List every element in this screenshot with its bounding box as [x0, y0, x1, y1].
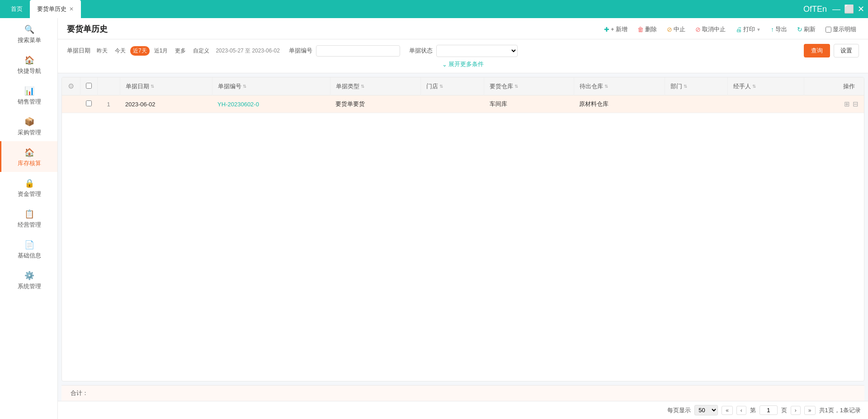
sidebar-item-label: 系统管理 [18, 282, 41, 290]
col-req-warehouse: 要货仓库 ⇅ [484, 77, 574, 95]
sort-icon-pending-warehouse[interactable]: ⇅ [604, 84, 608, 89]
row-doc-type: 要货单要货 [330, 95, 421, 113]
next-page-button[interactable]: › [791, 406, 801, 415]
col-doc-date: 单据日期 ⇅ [120, 77, 212, 95]
export-button[interactable]: ↑ 导出 [768, 24, 790, 35]
tab-home[interactable]: 首页 [4, 0, 30, 18]
row-pending-warehouse: 原材料仓库 [574, 95, 665, 113]
sort-icon-department[interactable]: ⇅ [684, 84, 687, 89]
col-doc-type: 单据类型 ⇅ [330, 77, 421, 95]
print-button[interactable]: 🖨 打印 ▼ [733, 24, 764, 35]
view-icon[interactable]: ⊞ [844, 100, 850, 108]
page-title: 要货单历史 [67, 24, 108, 34]
date-shortcut-last1month[interactable]: 近1月 [151, 46, 171, 56]
often-label: OfTEn [803, 5, 827, 14]
table-footer: 合计： [61, 385, 864, 401]
prev-page-button[interactable]: ‹ [736, 406, 746, 415]
inventory-icon: 🏠 [24, 148, 34, 157]
refresh-button[interactable]: ↻ 刷新 [794, 24, 818, 35]
sidebar-item-operations-mgmt[interactable]: 📋 经营管理 [0, 203, 57, 233]
tab-close-icon[interactable]: ✕ [69, 6, 74, 12]
sidebar-item-label: 基础信息 [18, 252, 41, 260]
col-pending-warehouse: 待出仓库 ⇅ [574, 77, 665, 95]
date-shortcut-today[interactable]: 今天 [112, 46, 128, 56]
delete-icon: 🗑 [637, 26, 644, 33]
edit-icon[interactable]: ⊟ [853, 100, 859, 108]
sidebar-item-basic-info[interactable]: 📄 基础信息 [0, 233, 57, 264]
filter-area: 单据日期 昨天 今天 近7天 近1月 更多 自定义 2023-05-27 至 2… [58, 39, 868, 73]
sort-icon-doc-type[interactable]: ⇅ [361, 84, 364, 89]
sidebar-item-quick-nav[interactable]: 🏠 快捷导航 [0, 49, 57, 80]
col-rownum [97, 77, 120, 95]
sidebar-item-label: 采购管理 [18, 129, 41, 137]
row-store [421, 95, 484, 113]
sidebar-item-purchase-mgmt[interactable]: 📦 采购管理 [0, 110, 57, 141]
new-icon: ✚ [604, 26, 609, 33]
sidebar-item-label: 销售管理 [18, 98, 41, 106]
window-maximize-icon[interactable]: ⬜ [844, 4, 854, 14]
sort-icon-doc-date[interactable]: ⇅ [151, 84, 154, 89]
table-container: ⚙ 单据日期 ⇅ [61, 77, 864, 381]
content-area: 要货单历史 ✚ + 新增 🗑 删除 ⊘ 中止 ⊘ [58, 18, 868, 419]
sidebar-item-inventory[interactable]: 🏠 库存核算 [0, 141, 57, 172]
sort-icon-req-warehouse[interactable]: ⇅ [514, 84, 518, 89]
sort-icon-store[interactable]: ⇅ [439, 84, 443, 89]
tab-requisition-history[interactable]: 要货单历史 ✕ [30, 0, 81, 18]
new-button[interactable]: ✚ + 新增 [601, 24, 630, 35]
setting-button[interactable]: 设置 [834, 44, 859, 57]
sidebar-item-label: 库存核算 [18, 159, 41, 167]
window-minimize-icon[interactable]: — [832, 5, 840, 14]
refresh-icon: ↻ [797, 26, 802, 33]
sort-icon-handler[interactable]: ⇅ [752, 84, 756, 89]
stop-button[interactable]: ⊘ 中止 [664, 24, 688, 35]
doc-no-label: 单据编号 [289, 47, 312, 55]
window-close-icon[interactable]: ✕ [858, 4, 864, 14]
select-all-checkbox[interactable] [86, 83, 92, 89]
print-chevron-icon: ▼ [756, 27, 761, 32]
doc-no-input[interactable] [316, 45, 400, 57]
doc-no-link[interactable]: YH-20230602-0 [217, 101, 259, 108]
row-department [665, 95, 728, 113]
export-icon: ↑ [771, 26, 774, 33]
sidebar: 🔍 搜索菜单 🏠 快捷导航 📊 销售管理 📦 采购管理 🏠 库存核算 🔒 资金管… [0, 18, 58, 419]
per-page-select[interactable]: 50 100 [694, 405, 718, 415]
sidebar-item-system-mgmt[interactable]: ⚙️ 系统管理 [0, 264, 57, 295]
delete-button[interactable]: 🗑 删除 [635, 24, 660, 35]
sales-mgmt-icon: 📊 [24, 86, 34, 96]
col-checkbox [80, 77, 97, 95]
cancel-stop-button[interactable]: ⊘ 取消中止 [693, 24, 728, 35]
last-page-button[interactable]: » [804, 406, 816, 415]
date-shortcut-last7days[interactable]: 近7天 [130, 46, 150, 56]
first-page-button[interactable]: « [722, 406, 733, 415]
action-icons: ⊞ ⊟ [810, 100, 859, 108]
query-button[interactable]: 查询 [804, 44, 830, 57]
page-unit-label: 页 [781, 406, 787, 414]
row-checkbox[interactable] [86, 100, 92, 106]
pagination-bar: 每页显示 50 100 « ‹ 第 页 › » 共1页，1条记录 [58, 401, 868, 419]
total-info: 共1页，1条记录 [819, 406, 861, 414]
cancel-stop-icon: ⊘ [695, 26, 701, 33]
sidebar-item-label: 快捷导航 [18, 67, 41, 75]
display-detail-checkbox[interactable] [826, 27, 831, 33]
sort-icon-doc-no[interactable]: ⇅ [243, 84, 246, 89]
date-shortcut-more[interactable]: 更多 [172, 46, 189, 56]
status-label: 单据状态 [409, 47, 433, 55]
status-select[interactable] [436, 45, 518, 57]
toolbar: ✚ + 新增 🗑 删除 ⊘ 中止 ⊘ 取消中止 [601, 24, 859, 39]
date-shortcut-custom[interactable]: 自定义 [190, 46, 212, 56]
page-number-input[interactable] [760, 405, 778, 415]
system-mgmt-icon: ⚙️ [24, 271, 34, 281]
col-department: 部门 ⇅ [665, 77, 728, 95]
sidebar-item-search-menu[interactable]: 🔍 搜索菜单 [0, 18, 57, 49]
row-settings [62, 95, 80, 113]
sidebar-item-sales-mgmt[interactable]: 📊 销售管理 [0, 80, 57, 110]
sidebar-item-finance-mgmt[interactable]: 🔒 资金管理 [0, 172, 57, 203]
table-settings-icon[interactable]: ⚙ [68, 82, 74, 90]
row-num-cell: 1 [97, 95, 120, 113]
expand-more-button[interactable]: ⌄ 展开更多条件 [442, 60, 484, 68]
row-doc-no: YH-20230602-0 [212, 95, 330, 113]
display-detail-button[interactable]: 显示明细 [823, 24, 859, 35]
top-bar: 首页 要货单历史 ✕ OfTEn — ⬜ ✕ [0, 0, 868, 18]
status-filter-group: 单据状态 [409, 45, 518, 57]
date-shortcut-yesterday[interactable]: 昨天 [94, 46, 110, 56]
